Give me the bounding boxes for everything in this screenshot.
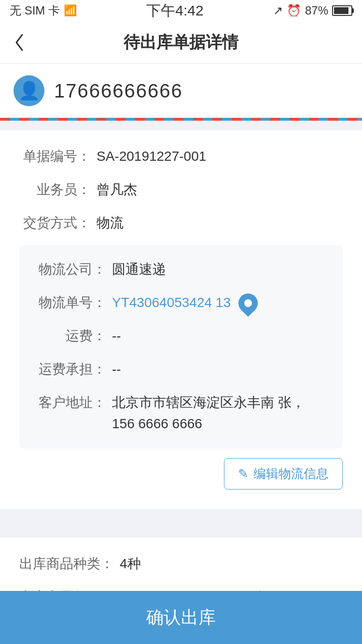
staff-label: 业务员： xyxy=(19,179,97,201)
tracking-row: 物流单号： YT43064053424 13 xyxy=(35,292,327,314)
logistics-inner-card: 物流公司： 圆通速递 物流单号： YT43064053424 13 运费： --… xyxy=(19,245,343,448)
address-row: 客户地址： 北京市市辖区海淀区永丰南 张，156 6666 6666 xyxy=(35,392,327,435)
edit-logistics-button[interactable]: ✎ 编辑物流信息 xyxy=(224,458,343,490)
confirm-button-label: 确认出库 xyxy=(146,606,216,630)
goods-type-row: 出库商品种类： 4种 xyxy=(19,553,343,575)
delivery-value: 物流 xyxy=(97,212,343,234)
person-icon: 👤 xyxy=(18,81,40,101)
freight-value: -- xyxy=(112,325,327,347)
goods-type-label: 出库商品种类： xyxy=(19,553,120,575)
freight-row: 运费： -- xyxy=(35,325,327,347)
freight-bearer-label: 运费承担： xyxy=(35,359,112,380)
phone-number: 17666666666 xyxy=(54,80,183,102)
confirm-outbound-button[interactable]: 确认出库 xyxy=(0,591,362,644)
dashed-divider xyxy=(0,118,362,121)
status-left: 无 SIM 卡 📶 xyxy=(10,3,77,18)
section-divider xyxy=(0,518,362,528)
nav-bar: 待出库单据详情 xyxy=(0,21,362,64)
avatar: 👤 xyxy=(14,75,44,106)
location-icon: ↗ xyxy=(273,4,283,17)
order-number-value: SA-20191227-001 xyxy=(97,146,343,168)
address-value: 北京市市辖区海淀区永丰南 张，156 6666 6666 xyxy=(112,392,327,435)
staff-value: 曾凡杰 xyxy=(97,179,343,201)
location-pin-button[interactable] xyxy=(235,289,262,317)
carrier-text: 无 SIM 卡 xyxy=(10,3,60,18)
status-time: 下午4:42 xyxy=(146,1,203,21)
order-number-label: 单据编号： xyxy=(19,146,97,168)
alarm-icon: ⏰ xyxy=(287,4,301,17)
battery-tip xyxy=(352,8,354,13)
phone-header-section: 👤 17666666666 xyxy=(0,64,362,118)
logistics-company-value: 圆通速递 xyxy=(112,259,327,280)
address-label: 客户地址： xyxy=(35,392,112,414)
logistics-company-label: 物流公司： xyxy=(35,259,112,280)
edit-icon: ✎ xyxy=(238,466,249,481)
tracking-value-row: YT43064053424 13 xyxy=(112,292,258,314)
freight-bearer-row: 运费承担： -- xyxy=(35,359,327,380)
logistics-company-row: 物流公司： 圆通速递 xyxy=(35,259,327,280)
back-button[interactable] xyxy=(14,33,25,52)
battery-indicator xyxy=(332,5,352,16)
location-pin-inner xyxy=(244,299,252,307)
edit-button-row: ✎ 编辑物流信息 xyxy=(19,458,343,493)
order-info-section: 单据编号： SA-20191227-001 业务员： 曾凡杰 交货方式： 物流 … xyxy=(0,130,362,509)
staff-row: 业务员： 曾凡杰 xyxy=(19,179,343,201)
tracking-label: 物流单号： xyxy=(35,292,112,314)
status-right: ↗ ⏰ 87% xyxy=(273,4,352,17)
page-title: 待出库单据详情 xyxy=(124,31,238,54)
battery-percent: 87% xyxy=(305,4,328,17)
tracking-value: YT43064053424 13 xyxy=(112,292,231,314)
delivery-label: 交货方式： xyxy=(19,212,97,234)
order-number-row: 单据编号： SA-20191227-001 xyxy=(19,146,343,168)
goods-type-value: 4种 xyxy=(120,553,343,575)
status-bar: 无 SIM 卡 📶 下午4:42 ↗ ⏰ 87% xyxy=(0,0,362,21)
delivery-row: 交货方式： 物流 xyxy=(19,212,343,234)
freight-bearer-value: -- xyxy=(112,359,327,380)
freight-label: 运费： xyxy=(35,325,112,347)
edit-button-label: 编辑物流信息 xyxy=(253,465,329,482)
wifi-icon: 📶 xyxy=(64,4,77,17)
battery-fill xyxy=(334,7,348,14)
